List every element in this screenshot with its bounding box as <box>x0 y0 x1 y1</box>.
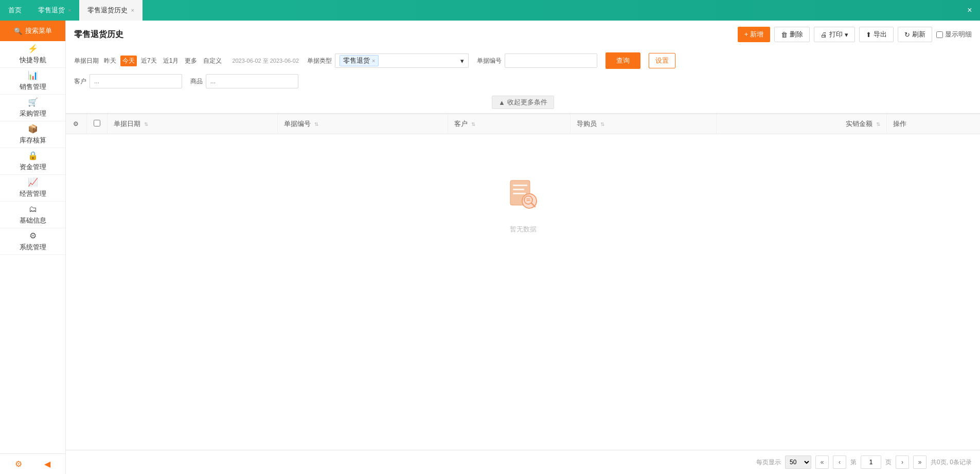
date-opt-today[interactable]: 今天 <box>120 56 137 66</box>
delete-icon: 🗑 <box>781 31 788 39</box>
th-amount: 实销金额 ⇅ <box>717 114 887 134</box>
sidebar-item-finance[interactable]: 🔒 资金管理 <box>0 148 65 175</box>
select-all-checkbox[interactable] <box>94 120 100 126</box>
pagination-summary: 共0页, 0条记录 <box>931 458 972 467</box>
print-icon: 🖨 <box>821 31 827 39</box>
sidebar-item-basic-info[interactable]: 🗂 基础信息 <box>0 202 65 228</box>
sidebar-item-operations[interactable]: 📈 经营管理 <box>0 175 65 202</box>
sidebar-item-system-mgmt[interactable]: ⚙ 系统管理 <box>0 228 65 255</box>
type-select[interactable]: 零售退货 × ▾ <box>335 53 469 68</box>
delete-button-label: 删除 <box>790 30 803 39</box>
date-opt-7days[interactable]: 近7天 <box>139 56 159 66</box>
th-date-label: 单据日期 <box>114 120 140 127</box>
filter-area: 单据日期 昨天 今天 近7天 近1月 更多 自定义 2023-06-02 至 2… <box>74 48 972 113</box>
table-header-row: ⚙ 单据日期 ⇅ 单据编号 ⇅ 客户 <box>66 114 980 134</box>
display-toggle[interactable]: 显示明细 <box>936 30 972 39</box>
page-label: 第 <box>850 458 857 467</box>
tab-retail-return-close[interactable]: × <box>68 7 71 13</box>
search-icon: 🔍 <box>14 27 22 35</box>
collapse-sidebar-icon[interactable]: ◀ <box>44 459 50 469</box>
collapse-button-label: 收起更多条件 <box>507 98 547 107</box>
filter-row-1: 单据日期 昨天 今天 近7天 近1月 更多 自定义 2023-06-02 至 2… <box>74 52 972 69</box>
per-page-select[interactable]: 50 10 20 100 <box>785 455 811 469</box>
empty-state: 暂无数据 <box>66 134 980 275</box>
th-customer-label: 客户 <box>454 120 468 127</box>
query-button[interactable]: 查询 <box>605 52 640 69</box>
svg-rect-1 <box>513 185 527 186</box>
page-unit: 页 <box>885 458 892 467</box>
sidebar-item-label: 快捷导航 <box>20 56 46 65</box>
page-number-input[interactable] <box>861 455 881 469</box>
type-filter: 单据类型 零售退货 × ▾ <box>307 53 469 68</box>
sidebar-item-purchase-mgmt[interactable]: 🛒 采购管理 <box>0 95 65 121</box>
table-container: ⚙ 单据日期 ⇅ 单据编号 ⇅ 客户 <box>66 114 980 450</box>
sidebar-item-inventory[interactable]: 📦 库存核算 <box>0 121 65 148</box>
sidebar-item-quick-nav[interactable]: ⚡ 快捷导航 <box>0 41 65 68</box>
new-button[interactable]: + 新增 <box>738 27 770 42</box>
th-number: 单据编号 ⇅ <box>277 114 448 134</box>
new-button-label: + 新增 <box>744 30 763 39</box>
date-opt-more[interactable]: 更多 <box>183 56 199 66</box>
display-toggle-label: 显示明细 <box>945 30 972 39</box>
th-date-sort-icon[interactable]: ⇅ <box>144 121 148 127</box>
goods-filter: 商品 <box>190 74 298 88</box>
type-select-tag: 零售退货 × <box>340 55 379 66</box>
print-button[interactable]: 🖨 打印 ▾ <box>814 27 855 42</box>
type-label: 单据类型 <box>307 57 332 65</box>
type-select-tag-close[interactable]: × <box>372 58 375 64</box>
tab-retail-return[interactable]: 零售退货 × <box>30 0 79 21</box>
display-toggle-checkbox[interactable] <box>936 31 943 38</box>
sidebar-search-button[interactable]: 🔍 搜索菜单 <box>0 21 65 41</box>
tab-retail-return-history-close[interactable]: × <box>131 7 134 13</box>
inventory-icon: 📦 <box>28 124 38 134</box>
filter-row-2: 客户 商品 <box>74 74 972 88</box>
page-last-button[interactable]: » <box>913 455 926 469</box>
number-input[interactable] <box>505 53 597 68</box>
refresh-button[interactable]: ↻ 刷新 <box>898 27 932 42</box>
settings-button[interactable]: 设置 <box>649 53 675 68</box>
delete-button[interactable]: 🗑 删除 <box>774 27 810 42</box>
th-settings[interactable]: ⚙ <box>66 114 86 134</box>
per-page-label: 每页显示 <box>756 458 781 467</box>
date-opt-custom[interactable]: 自定义 <box>201 56 224 66</box>
page-header: 零售退货历史 + 新增 🗑 删除 🖨 打印 ▾ ⬆ <box>66 21 980 114</box>
th-guide-sort-icon[interactable]: ⇅ <box>600 121 604 127</box>
number-label: 单据编号 <box>477 57 502 65</box>
page-next-button[interactable]: › <box>896 455 909 469</box>
date-options: 昨天 今天 近7天 近1月 更多 自定义 <box>102 56 224 66</box>
tab-retail-return-history[interactable]: 零售退货历史 × <box>79 0 142 21</box>
th-amount-sort-icon[interactable]: ⇅ <box>876 121 880 127</box>
date-range-display: 2023-06-02 至 2023-06-02 <box>232 57 299 65</box>
operations-icon: 📈 <box>28 177 38 187</box>
date-opt-yesterday[interactable]: 昨天 <box>102 56 118 66</box>
settings-bottom-icon[interactable]: ⚙ <box>15 459 22 469</box>
goods-input[interactable] <box>206 74 298 88</box>
basic-info-icon: 🗂 <box>29 205 37 214</box>
window-close-button[interactable]: × <box>959 0 980 21</box>
date-label: 单据日期 <box>74 57 99 65</box>
main-layout: 🔍 搜索菜单 ⚡ 快捷导航 📊 销售管理 🛒 采购管理 📦 库存核算 🔒 资金管… <box>0 21 980 474</box>
svg-rect-3 <box>513 193 526 194</box>
top-bar: 首页 零售退货 × 零售退货历史 × × <box>0 0 980 21</box>
page-title: 零售退货历史 <box>74 29 123 40</box>
date-opt-1month[interactable]: 近1月 <box>161 56 181 66</box>
sidebar-item-sales-mgmt[interactable]: 📊 销售管理 <box>0 68 65 95</box>
page-first-button[interactable]: « <box>815 455 829 469</box>
date-filter: 单据日期 昨天 今天 近7天 近1月 更多 自定义 <box>74 56 224 66</box>
sidebar-item-label: 采购管理 <box>20 109 46 118</box>
th-customer-sort-icon[interactable]: ⇅ <box>471 121 475 127</box>
page-prev-button[interactable]: ‹ <box>833 455 846 469</box>
number-filter: 单据编号 <box>477 53 597 68</box>
pagination-bar: 每页显示 50 10 20 100 « ‹ 第 页 › » 共0页, 0条记录 <box>66 450 980 474</box>
th-number-sort-icon[interactable]: ⇅ <box>314 121 318 127</box>
purchase-mgmt-icon: 🛒 <box>28 97 38 107</box>
th-checkbox[interactable] <box>86 114 107 134</box>
tab-bar: 首页 零售退货 × 零售退货历史 × <box>0 0 959 21</box>
tab-home[interactable]: 首页 <box>0 0 30 21</box>
export-button[interactable]: ⬆ 导出 <box>859 27 894 42</box>
collapse-button[interactable]: ▲ 收起更多条件 <box>492 96 554 109</box>
sidebar-bottom: ⚙ ◀ <box>0 453 65 474</box>
customer-input[interactable] <box>90 74 182 88</box>
collapse-row: ▲ 收起更多条件 <box>74 94 972 113</box>
collapse-up-icon: ▲ <box>498 99 505 106</box>
